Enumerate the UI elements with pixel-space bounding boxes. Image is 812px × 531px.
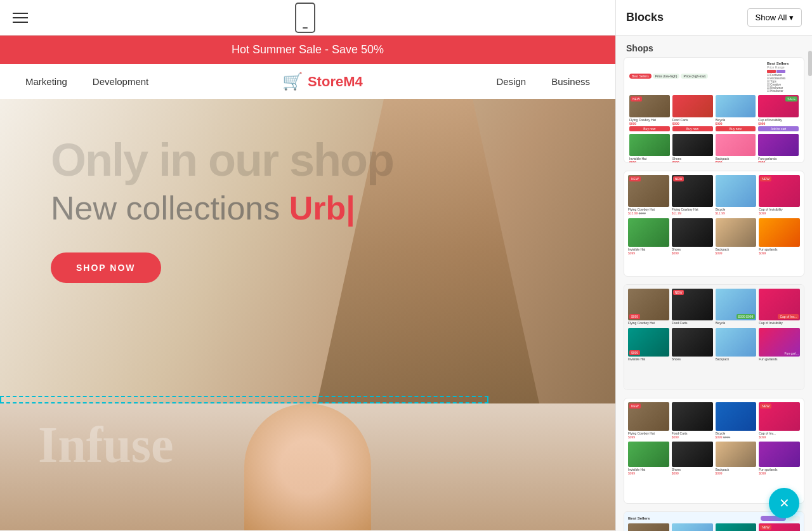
shop2-item-6: Shoes $099: [672, 218, 713, 255]
shop1-filters: Best Sellers Price (low-high) Price (hig…: [629, 74, 708, 79]
shop3-top-row: $099 Flying Cowboy Hat NEW Food Carts: [628, 289, 800, 325]
shop1-bottom-row: Invisible Hat $999 Buy now Shoes $099 Bu…: [629, 134, 799, 162]
shop1-item-5: Invisible Hat $999 Buy now: [629, 134, 670, 162]
dashed-selection: [0, 396, 488, 403]
shop5-header: Best Sellers: [628, 516, 800, 521]
shop3-item-4: Cap of Inv... Cap of Invisibility: [759, 289, 800, 325]
block-card-2[interactable]: NEW Flying Cowboy Hat $13.99 $999 NEW Fl…: [624, 171, 804, 277]
shop1-item-8: Fun garlands $999 Add to cart: [758, 134, 799, 162]
shop1-top-row: NEW Flying Cowboy Hat $099 Buy now Food …: [629, 95, 799, 131]
shop3-item-1: $099 Flying Cowboy Hat: [628, 289, 669, 325]
mobile-device-icon[interactable]: [295, 3, 315, 33]
card-1-content: Best Sellers Price (low-high) Price (hig…: [624, 58, 804, 162]
nav-business[interactable]: Business: [551, 76, 590, 87]
nav-design[interactable]: Design: [496, 76, 526, 87]
shop4-row2: Invisible Hat $099 Shoes $099 Backpack $…: [628, 442, 800, 475]
site-logo: 🛒 StoreM4: [282, 72, 363, 91]
shop4-row1: NEW Flying Cowboy Hat $099 Food Carts $0…: [628, 402, 800, 439]
shop2-item-2: NEW Flying Cowboy Hat $11.99: [672, 175, 713, 215]
mini-shop-4: NEW Flying Cowboy Hat $099 Food Carts $0…: [624, 398, 804, 503]
shop3-item-5: $099 Invisible Hat: [628, 328, 669, 361]
nav-left: Marketing Development: [25, 76, 148, 87]
logo-text: StoreM4: [308, 74, 363, 90]
block-card-4[interactable]: NEW Flying Cowboy Hat $099 Food Carts $0…: [624, 398, 804, 504]
shop3-item-3: $099 $999 Bicycle: [716, 289, 757, 325]
block-card-1[interactable]: Best Sellers Price (low-high) Price (hig…: [624, 57, 804, 163]
shop2-item-8: Fun garlands $099: [759, 218, 800, 255]
shop1-item-6: Shoes $099 Buy now: [672, 134, 713, 162]
panel-header: Blocks Show All ▾: [616, 0, 812, 36]
shop2-item-4: NEW Cap of Invisibility $099: [759, 175, 800, 215]
shop2-item-3: Bicycle $11.99: [716, 175, 757, 215]
mini-shop-2: NEW Flying Cowboy Hat $13.99 $999 NEW Fl…: [624, 171, 804, 276]
mini-shop-1: Best Sellers Price (low-high) Price (hig…: [624, 58, 804, 162]
card-2-content: NEW Flying Cowboy Hat $13.99 $999 NEW Fl…: [624, 171, 804, 276]
price-range-label: Price Range: [767, 65, 799, 69]
nav-development[interactable]: Development: [93, 76, 148, 87]
hero-subtitle-accent: Urb|: [289, 190, 355, 226]
shop2-item-1: NEW Flying Cowboy Hat $13.99 $999: [628, 175, 669, 215]
shop1-item-2: Food Carts $099 Buy now: [672, 95, 713, 131]
hero-subtitle-normal: New collections: [51, 190, 280, 226]
shop2-top-row: NEW Flying Cowboy Hat $13.99 $999 NEW Fl…: [628, 175, 800, 215]
shop5-row1: Flying Cowboy Hat $099 Food Carts $099 B…: [628, 523, 800, 531]
editor-toolbar: [0, 0, 615, 36]
nav-marketing[interactable]: Marketing: [25, 76, 67, 87]
shop1-item-4: SALE Cup of Invisibility $099 Add to car…: [758, 95, 799, 131]
shop1-grid: NEW Flying Cowboy Hat $099 Buy now Food …: [629, 95, 799, 162]
shop1-item-3: Bicycle $099 Buy now: [716, 95, 756, 131]
panel-title: Blocks: [626, 11, 664, 24]
site-preview: Hot Summer Sale - Save 50% Marketing Dev…: [0, 36, 615, 531]
hero-cta-button[interactable]: SHOP NOW: [51, 252, 161, 283]
shop4-item-1: NEW Flying Cowboy Hat $099: [628, 402, 669, 439]
panel-scroll[interactable]: Shops Best Sellers Price (low-high) Pric…: [616, 36, 812, 531]
card-3-content: $099 Flying Cowboy Hat NEW Food Carts: [624, 285, 804, 390]
hero-section: Only in our shop New collections Urb| SH…: [0, 99, 615, 403]
shop1-grid-area: NEW Flying Cowboy Hat $099 Buy now Food …: [629, 95, 799, 162]
logo-cart-icon: 🛒: [282, 72, 303, 91]
hero-content: Only in our shop New collections Urb| SH…: [0, 99, 615, 321]
shop3-item-6: Shoes: [672, 328, 713, 361]
below-hero-section: Infuse: [0, 403, 615, 530]
hamburger-menu[interactable]: [13, 13, 28, 23]
card-4-content: NEW Flying Cowboy Hat $099 Food Carts $0…: [624, 398, 804, 503]
scroll-indicator: [808, 51, 812, 76]
shop5-item-3: Bicycle $099: [716, 523, 757, 531]
shop4-item-7: Backpack $099: [716, 442, 757, 475]
person-overlay: [244, 403, 371, 530]
close-button[interactable]: ✕: [769, 488, 799, 518]
shop4-item-4: NEW Cap of Inv... $099: [759, 402, 800, 439]
shop3-item-7: Backpack: [716, 328, 757, 361]
mini-shop-3: $099 Flying Cowboy Hat NEW Food Carts: [624, 285, 804, 390]
shop4-item-8: Fun garlands $099: [759, 442, 800, 475]
section-label: Shops: [616, 36, 812, 57]
nav-right: Design Business: [496, 76, 590, 87]
shop1-item-1: NEW Flying Cowboy Hat $099 Buy now: [629, 95, 670, 131]
shop2-bottom-row: Invisible Hat $099 Shoes $099 Backpack $…: [628, 218, 800, 255]
close-icon: ✕: [779, 495, 790, 511]
shop1-header: Best Sellers Price (low-high) Price (hig…: [629, 62, 799, 93]
shop5-item-4: NEW Cap of Inv... $099: [759, 523, 800, 531]
logo-name: StoreM4: [308, 74, 363, 89]
shop3-item-8: Fun garl... Fun garlands: [759, 328, 800, 361]
site-header: Marketing Development 🛒 StoreM4 Design B…: [0, 64, 615, 99]
promo-text: Hot Summer Sale - Save 50%: [232, 43, 384, 56]
right-panel: Blocks Show All ▾ Shops Best Sellers Pri…: [615, 0, 812, 531]
shop4-item-3: Bicycle $099 $999: [716, 402, 757, 439]
shop3-item-2: NEW Food Carts: [672, 289, 713, 325]
editor-area: Hot Summer Sale - Save 50% Marketing Dev…: [0, 0, 615, 531]
shop4-item-5: Invisible Hat $099: [628, 442, 669, 475]
shop1-item-7: Backpack $999 Buy now: [716, 134, 756, 162]
shop3-bottom-row: $099 Invisible Hat Shoes Backpack: [628, 328, 800, 361]
hero-subtitle: New collections Urb|: [51, 189, 565, 227]
shop2-item-7: Backpack $099: [716, 218, 757, 255]
shop4-item-6: Shoes $099: [672, 442, 713, 475]
shop5-item-1: Flying Cowboy Hat $099: [628, 523, 669, 531]
block-card-3[interactable]: $099 Flying Cowboy Hat NEW Food Carts: [624, 284, 804, 390]
shop4-item-2: Food Carts $099: [672, 402, 713, 439]
show-all-button[interactable]: Show All ▾: [747, 8, 802, 27]
shop5-item-2: Food Carts $099: [672, 523, 713, 531]
hero-title: Only in our shop: [51, 137, 565, 183]
promo-banner: Hot Summer Sale - Save 50%: [0, 36, 615, 64]
shop2-item-5: Invisible Hat $099: [628, 218, 669, 255]
